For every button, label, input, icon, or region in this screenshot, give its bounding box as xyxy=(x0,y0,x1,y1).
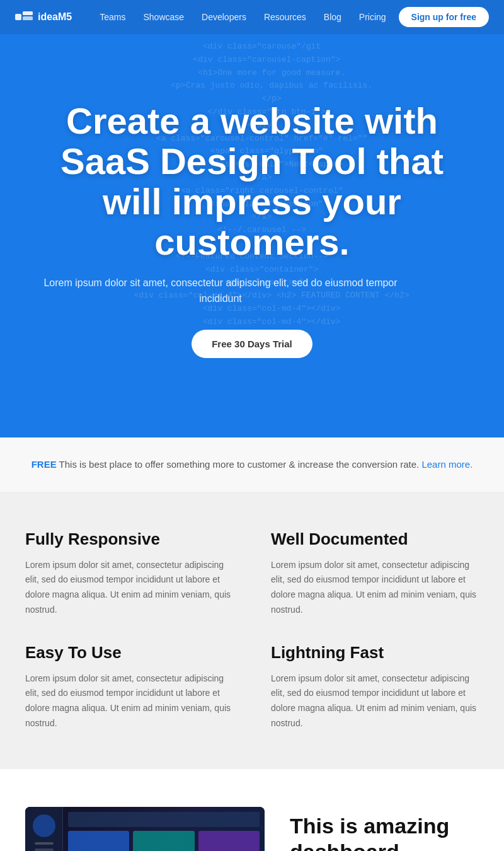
free-label: FREE xyxy=(32,459,57,470)
feature-well-documented: Well Documented Lorem ipsum dolor sit am… xyxy=(271,530,479,618)
dashboard-title: This is amazing dashboard xyxy=(290,813,479,851)
hero-title: Create a website with SaaS Design Tool t… xyxy=(32,101,472,262)
dashboard-text: This is amazing dashboard Lorem ipsum do… xyxy=(290,807,479,851)
dashboard-thumbnail: function render() { return <App /> } 👍 xyxy=(25,807,265,851)
feature-lightning-fast: Lightning Fast Lorem ipsum dolor sit ame… xyxy=(271,643,479,731)
feature-title-2: Easy To Use xyxy=(25,643,233,663)
svg-rect-2 xyxy=(23,16,33,20)
svg-rect-1 xyxy=(23,11,33,15)
logo-text: ideaM5 xyxy=(38,11,72,23)
feature-desc-0: Lorem ipsum dolor sit amet, consectetur … xyxy=(25,558,233,618)
feature-desc-3: Lorem ipsum dolor sit amet, consectetur … xyxy=(271,671,479,731)
features-section: Fully Responsive Lorem ipsum dolor sit a… xyxy=(0,492,504,769)
feature-desc-1: Lorem ipsum dolor sit amet, consectetur … xyxy=(271,558,479,618)
feature-desc-2: Lorem ipsum dolor sit amet, consectetur … xyxy=(25,671,233,731)
feature-easy-to-use: Easy To Use Lorem ipsum dolor sit amet, … xyxy=(25,643,233,731)
hero-subtitle: Lorem ipsum dolor sit amet, consectetur … xyxy=(32,275,410,307)
banner-text: This is best place to offer something mo… xyxy=(57,459,422,470)
svg-rect-0 xyxy=(15,14,21,20)
logo-icon xyxy=(15,11,33,23)
nav-link-developers[interactable]: Developers xyxy=(194,8,254,26)
nav-link-resources[interactable]: Resources xyxy=(256,8,314,26)
nav-link-blog[interactable]: Blog xyxy=(316,8,349,26)
nav-links: Teams Showcase Developers Resources Blog… xyxy=(92,8,398,26)
hero-section: <div class="carouse"/git <div class="car… xyxy=(0,34,504,437)
nav-link-showcase[interactable]: Showcase xyxy=(135,8,192,26)
dashboard-section: function render() { return <App /> } 👍 T… xyxy=(0,769,504,851)
feature-title-1: Well Documented xyxy=(271,530,479,549)
hero-content: Create a website with SaaS Design Tool t… xyxy=(32,101,472,357)
free-banner: FREE This is best place to offer somethi… xyxy=(0,437,504,492)
feature-fully-responsive: Fully Responsive Lorem ipsum dolor sit a… xyxy=(25,530,233,618)
feature-title-0: Fully Responsive xyxy=(25,530,233,549)
learn-more-link[interactable]: Learn more. xyxy=(421,459,472,470)
nav-link-teams[interactable]: Teams xyxy=(92,8,133,26)
nav-link-pricing[interactable]: Pricing xyxy=(352,8,394,26)
dashboard-image: function render() { return <App /> } 👍 xyxy=(25,807,265,851)
feature-title-3: Lightning Fast xyxy=(271,643,479,663)
signup-button[interactable]: Sign up for free xyxy=(399,7,489,27)
navbar: ideaM5 Teams Showcase Developers Resourc… xyxy=(0,0,504,34)
hero-cta-button[interactable]: Free 30 Days Trial xyxy=(192,330,312,358)
logo[interactable]: ideaM5 xyxy=(15,11,72,23)
